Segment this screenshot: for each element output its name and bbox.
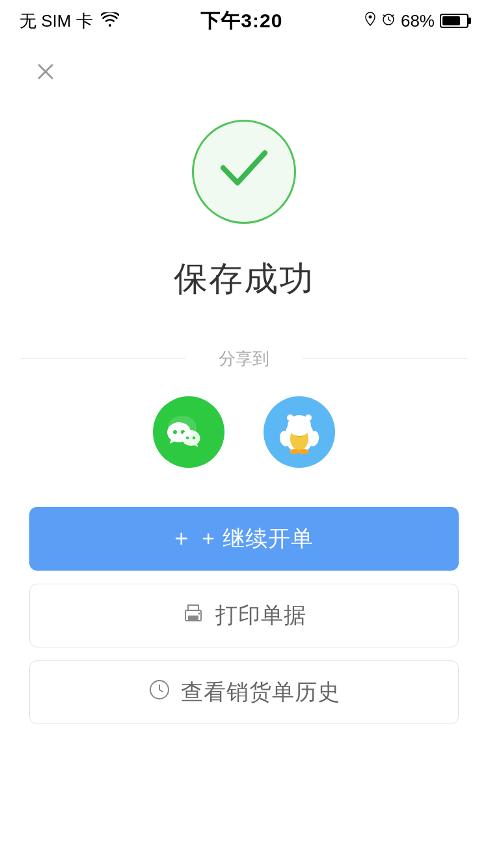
svg-point-21 [290, 449, 300, 454]
qq-share-button[interactable] [264, 396, 335, 468]
print-icon [182, 603, 205, 629]
alarm-icon [381, 12, 396, 30]
main-content: 保存成功 分享到 [0, 42, 488, 724]
svg-point-17 [287, 414, 293, 421]
svg-rect-24 [188, 616, 198, 620]
battery-icon [440, 14, 468, 28]
plus-icon: + [174, 525, 189, 552]
battery-percentage: 68% [401, 11, 435, 31]
wifi-icon [101, 11, 119, 31]
status-time: 下午3:20 [200, 8, 282, 34]
status-left: 无 SIM 卡 [20, 10, 119, 33]
share-icons [153, 396, 335, 468]
continue-button[interactable]: + + 继续开单 [29, 507, 459, 571]
share-label: 分享到 [219, 347, 269, 370]
svg-point-8 [193, 437, 195, 439]
wechat-share-button[interactable] [153, 396, 224, 468]
share-section: 分享到 [0, 347, 488, 468]
close-button[interactable] [26, 52, 65, 91]
print-button[interactable]: 打印单据 [29, 584, 459, 647]
svg-point-22 [299, 449, 309, 454]
success-title: 保存成功 [174, 256, 314, 302]
svg-point-18 [305, 414, 312, 421]
sim-label: 无 SIM 卡 [20, 10, 93, 33]
svg-point-25 [198, 613, 200, 615]
share-divider: 分享到 [0, 347, 488, 370]
continue-label: + 继续开单 [202, 524, 313, 554]
history-button[interactable]: 查看销货单历史 [29, 660, 459, 724]
svg-point-5 [173, 430, 177, 434]
svg-point-0 [368, 16, 372, 19]
svg-point-7 [186, 437, 189, 439]
location-icon [364, 12, 376, 30]
history-label: 查看销货单历史 [181, 677, 340, 707]
clock-icon [148, 679, 170, 706]
action-buttons: + + 继续开单 打印单据 查看销货单历 [29, 507, 459, 724]
print-label: 打印单据 [215, 601, 306, 631]
checkmark-icon [218, 145, 270, 199]
status-bar: 无 SIM 卡 下午3:20 68% [0, 0, 488, 42]
status-right: 68% [364, 11, 468, 31]
success-indicator [192, 120, 296, 224]
